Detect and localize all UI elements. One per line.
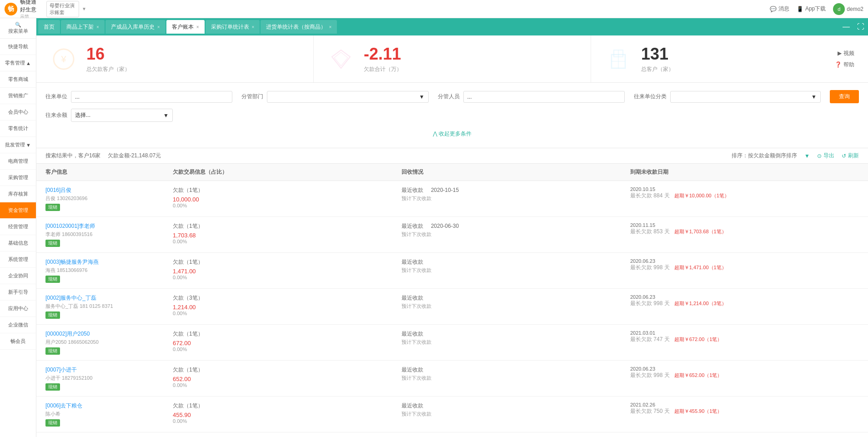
debt-amount[interactable]: 1,471.00 [173,268,401,275]
tab-close-purchase-product-stats[interactable]: × [329,25,331,30]
overdue-amount[interactable]: 超期￥10,000.00（1笔） [674,193,729,198]
due-date: 2021.02.26 [630,402,859,407]
video-action[interactable]: ▶ 视频 [838,50,854,57]
export-button[interactable]: ⊙ 导出 [817,152,834,160]
sidebar-item-quick-nav[interactable]: 快捷导航 [0,39,36,55]
sidebar-item-ecommerce[interactable]: 电商管理 [0,153,36,170]
tab-close-product-status[interactable]: × [96,25,99,30]
collapse-button[interactable]: ⋀ 收起更多条件 [45,127,859,141]
data-table: 客户信息 欠款交易信息（占比） 回收情况 到期未收款日期 [0016]吕俊 吕俊… [36,164,868,437]
filter-person: 分管人员 ... [438,91,625,103]
collection-cell: 最近收款 2020-06-30 预计下次收款 [401,222,630,247]
overdue-amount[interactable]: 超期￥1,214.00（3笔） [674,301,727,306]
logo-area: 畅 畅捷通好生意 示范 母婴行业演示账套 ▼ [5,0,86,20]
tab-bar-right: — ⛶ [841,21,866,33]
filter-balance-select[interactable]: 选择... ▼ [71,109,173,122]
sidebar-item-operations[interactable]: 经营管理 [0,219,36,235]
tab-production-history[interactable]: 产成品入库单历史× [105,20,166,34]
user-menu[interactable]: d demo2 [833,3,863,15]
filter-party-input[interactable]: ... [71,91,232,103]
filter-person-input[interactable]: ... [463,91,625,103]
tab-customer-account[interactable]: 客户账本× [166,20,205,34]
filter-party-type-select[interactable]: ▼ [670,91,821,103]
refresh-button[interactable]: ↺ 刷新 [842,152,859,160]
filter-dept-arrow: ▼ [419,94,425,100]
debt-amount[interactable]: 455.90 [173,412,401,418]
search-button[interactable]: 查询 [830,90,859,103]
sidebar-item-member[interactable]: 畅会员 [0,333,36,350]
sidebar-item-basic-info[interactable]: 基础信息 [0,235,36,251]
sort-label[interactable]: 排序：按欠款金额倒序排序 [732,152,797,160]
logo-text: 畅捷通好生意 [20,0,42,14]
debt-info-cell: 欠款（1笔） 1,703.68 0.00% [173,222,401,247]
sidebar-item-retail-mgmt[interactable]: 零售管理 ▲ [0,55,36,71]
due-date: 2020.06.23 [630,258,859,264]
tab-close-customer-account[interactable]: × [196,25,199,30]
debt-percent: 0.00% [173,239,401,244]
collection-label: 最近收款 [401,258,630,266]
tab-purchase-stats[interactable]: 采购订单统计表× [206,20,260,34]
sidebar-item-enterprise[interactable]: 企业协同 [0,268,36,284]
tab-close-production-history[interactable]: × [157,25,160,30]
sidebar-item-wholesale-mgmt[interactable]: 批发管理 ▼ [0,137,36,153]
sidebar-item-retail-mall[interactable]: 零售商城 [0,71,36,88]
tab-product-status[interactable]: 商品上下架× [61,20,105,34]
overdue-amount[interactable]: 超期￥652.00（1笔） [674,372,722,378]
sidebar-item-marketing[interactable]: 营销推广 [0,88,36,104]
help-action[interactable]: ❓ 帮助 [835,61,854,69]
tab-home[interactable]: 首页 [38,20,60,34]
customer-name[interactable]: [0007]小进干 [45,366,173,374]
debt-info-cell: 欠款（3笔） 1,214.00 0.00% [173,294,401,319]
stat-label-debtors: 总欠款客户（家） [86,65,130,73]
filter-party-type: 往来单位分类 ▼ [634,91,821,103]
customer-name[interactable]: [0016]吕俊 [45,186,173,194]
overdue-amount[interactable]: 超期￥1,471.00（1笔） [674,265,727,270]
sidebar-item-member-center[interactable]: 会员中心 [0,104,36,121]
tab-maximize-button[interactable]: ⛶ [855,21,866,33]
customer-name[interactable]: [0002]服务中心_丁磊 [45,294,173,302]
app-download-button[interactable]: 📱 App下载 [797,5,826,13]
customer-name[interactable]: [0006]去下粮仓 [45,402,173,410]
sidebar-item-wechat[interactable]: 企业微信 [0,317,36,333]
debt-info-cell: 欠款（1笔） 10,000.00 0.00% [173,186,401,211]
stat-label-debt-total: 欠款合计（万） [364,65,402,73]
sidebar-item-retail-stats[interactable]: 零售统计 [0,121,36,137]
filter-row-1: 往来单位 ... 分管部门 ▼ [45,90,859,103]
app-title[interactable]: 母婴行业演示账套 [46,1,79,17]
tab-purchase-product-stats[interactable]: 进货单统计表（按商品）× [261,20,337,34]
filter-person-dots: ... [467,94,472,100]
sidebar-item-finance[interactable]: 资金管理 [0,202,36,219]
overdue-amount[interactable]: 超期￥455.90（1笔） [674,408,722,414]
overdue-days: 最长欠款 998 天 超期￥652.00（1笔） [630,372,859,379]
app-title-arrow: ▼ [82,6,86,11]
debt-amount[interactable]: 1,214.00 [173,304,401,311]
message-button[interactable]: 💬 消息 [770,5,789,13]
debt-percent: 0.00% [173,382,401,388]
debt-amount[interactable]: 652.00 [173,376,401,382]
debt-amount[interactable]: 672.00 [173,340,401,347]
customer-name[interactable]: [0001020001]李老师 [45,222,173,230]
filter-dept: 分管部门 ▼ [241,91,428,103]
sidebar-item-inventory[interactable]: 库存核算 [0,186,36,202]
results-actions: 排序：按欠款金额倒序排序 ▼ ⊙ 导出 ↺ 刷新 [732,152,859,160]
overdue-amount[interactable]: 超期￥672.00（1笔） [674,337,722,342]
filter-dept-select[interactable]: ▼ [267,91,428,103]
sidebar-item-purchase-mgmt[interactable]: 采购管理 [0,170,36,186]
sidebar-item-system[interactable]: 系统管理 [0,251,36,268]
overdue-days: 最长欠款 747 天 超期￥672.00（1笔） [630,336,859,343]
customer-phone: 小进干 18279152100 [45,375,173,382]
overdue-amount[interactable]: 超期￥1,703.68（1笔） [674,229,727,234]
customer-name[interactable]: [0003]畅捷服务尹海燕 [45,258,173,266]
sidebar-item-guide[interactable]: 新手引导 [0,284,36,301]
tab-close-purchase-stats[interactable]: × [252,25,255,30]
customer-name[interactable]: [000002]用户2050 [45,330,173,338]
stat-number-debtors: 16 [86,45,130,64]
sidebar-item-appstore[interactable]: 应用中心 [0,301,36,317]
sidebar-search[interactable]: 🔍 搜索菜单 [0,18,36,39]
debt-amount[interactable]: 1,703.68 [173,232,401,239]
filter-party-label: 往来单位 [45,93,67,100]
next-collection: 预计下次收款 [401,267,630,274]
tab-minimize-button[interactable]: — [841,21,852,33]
customer-info-cell: [0002]服务中心_丁磊 服务中心_丁磊 181 0125 8371 现销 [45,294,173,319]
debt-amount[interactable]: 10,000.00 [173,196,401,203]
